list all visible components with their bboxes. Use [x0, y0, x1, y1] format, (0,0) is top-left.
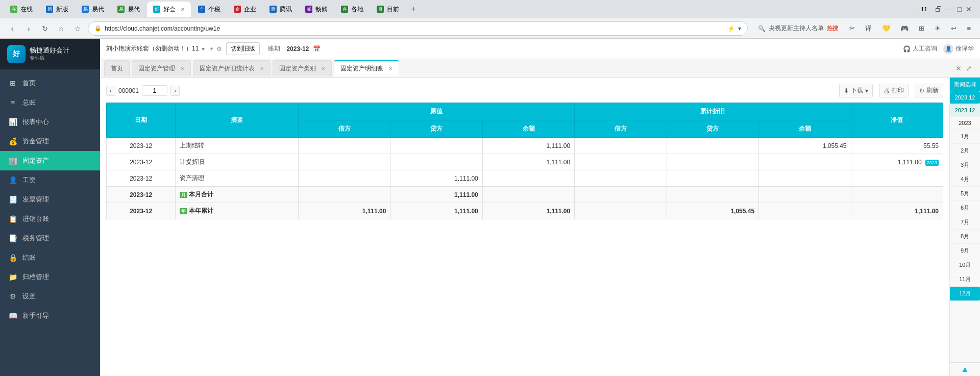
app-tab-fixed-asset-mgmt[interactable]: 固定资产管理 ✕ — [132, 60, 191, 77]
sidebar-item-payroll[interactable]: 👤 工资 — [0, 170, 100, 190]
dropdown-chevron[interactable]: ▾ — [202, 45, 205, 53]
period-item-4[interactable]: 4月 — [950, 172, 980, 187]
calendar-icon[interactable]: 📅 — [313, 45, 321, 53]
wallet-btn[interactable]: 💛 — [879, 23, 893, 33]
new-tab-button[interactable]: + — [406, 2, 421, 16]
period-item-12[interactable]: 12月 — [950, 287, 980, 301]
close-all-tabs-btn[interactable]: ✕ — [955, 64, 962, 72]
app-tab-close-asset-category[interactable]: ✕ — [321, 66, 325, 71]
app-tab-close-fixed-asset-mgmt[interactable]: ✕ — [180, 66, 184, 71]
period-header-text: 期间选择 — [951, 81, 979, 88]
period-item-2023[interactable]: 2023 — [950, 117, 980, 130]
sidebar-item-report-center[interactable]: 📊 报表中心 — [0, 112, 100, 132]
browser-tab-yidai2[interactable]: 易 易代 — [111, 2, 146, 17]
print-btn[interactable]: 🖨 打印 — [879, 84, 909, 97]
cell-orig-balance — [482, 187, 574, 203]
prev-page-btn[interactable]: ‹ — [106, 86, 115, 96]
period-item-11[interactable]: 11月 — [950, 272, 980, 287]
page-input[interactable] — [142, 85, 167, 96]
sidebar-item-fund-mgmt[interactable]: 💰 资金管理 — [0, 132, 100, 151]
settings-small-btn[interactable]: ⚙ — [216, 45, 222, 53]
app-tab-asset-category[interactable]: 固定资产类别 ✕ — [273, 60, 332, 77]
next-page-btn[interactable]: › — [170, 86, 180, 96]
window-restore-btn[interactable]: 🗗 — [935, 5, 942, 13]
browser-tab-haohao[interactable]: 好 好会 ✕ — [147, 2, 191, 17]
period-item-9[interactable]: 9月 — [950, 244, 980, 258]
period-item-1[interactable]: 1月 — [950, 130, 980, 144]
period-item-5[interactable]: 5月 — [950, 187, 980, 201]
period-panel-header: 期间选择 — [950, 78, 980, 91]
grid-btn[interactable]: ⊞ — [916, 23, 927, 33]
browser-tab-close-haohao[interactable]: ✕ — [181, 7, 185, 12]
forward-button[interactable]: › — [22, 22, 35, 35]
download-btn[interactable]: ⬇ 下载 ▾ — [839, 84, 873, 97]
sidebar-item-close-period[interactable]: 🔒 结账 — [0, 248, 100, 267]
dropdown-icon[interactable]: ▾ — [738, 25, 741, 32]
period-item-2023-12-first[interactable]: 2023.12 — [950, 91, 980, 104]
headset-icon: 🎧 — [903, 45, 911, 53]
company-info: 刘小艳演示账套（勿删勿动！）11 ▾ + ⚙ — [106, 44, 222, 53]
logo-text-block: 畅捷通好会计 专业版 — [30, 46, 69, 62]
expand-tabs-btn[interactable]: ⤢ — [966, 64, 972, 72]
back-button[interactable]: ‹ — [6, 22, 18, 35]
browser-tab-shumu[interactable]: 目 目前 — [371, 2, 405, 17]
period-item-8[interactable]: 8月 — [950, 230, 980, 244]
sidebar-item-archive-mgmt[interactable]: 📁 归档管理 — [0, 267, 100, 287]
browser-tab-chang[interactable]: 畅 畅购 — [299, 2, 334, 17]
sidebar-item-general-ledger[interactable]: ≡ 总账 — [0, 93, 100, 112]
translate-btn[interactable]: 译 — [862, 23, 875, 34]
sidebar-item-purchase-sales[interactable]: 📋 进销台账 — [0, 209, 100, 229]
undo-btn[interactable]: ↩ — [948, 23, 960, 33]
tab-favicon-chang: 畅 — [305, 6, 312, 13]
sidebar-item-newbie-guide[interactable]: 📖 新手引导 — [0, 306, 100, 325]
tab-favicon-tencent: 腾 — [270, 6, 277, 13]
browser-tab-yidai1[interactable]: 易 易代 — [76, 2, 110, 17]
sidebar-item-home[interactable]: ⊞ 首页 — [0, 73, 100, 93]
app-tab-depreciation-stat[interactable]: 固定资产折旧统计表 ✕ — [193, 60, 271, 77]
tab-favicon-gedi: 各 — [341, 6, 348, 13]
app-tab-close-asset-ledger[interactable]: ✕ — [388, 66, 393, 71]
period-item-2[interactable]: 2月 — [950, 144, 980, 158]
sidebar-item-settings[interactable]: ⚙ 设置 — [0, 287, 100, 306]
ledger-area: ‹ 000001 › ⬇ 下载 ▾ 🖨 打印 — [100, 78, 949, 376]
brightness-btn[interactable]: ☀ — [932, 23, 944, 33]
browser-tab-xin[interactable]: 新 新版 — [40, 2, 75, 17]
switch-version-btn[interactable]: 切到旧版 — [226, 42, 260, 55]
add-company-btn[interactable]: + — [210, 45, 213, 53]
browser-tab-tencent[interactable]: 腾 腾讯 — [263, 2, 298, 17]
bookmark-button[interactable]: ☆ — [71, 22, 84, 35]
browser-tab-zaixian[interactable]: 在 在线 — [4, 2, 39, 17]
menu-btn[interactable]: ≡ — [964, 23, 974, 33]
close-period-icon: 🔒 — [8, 253, 17, 262]
app-tab-close-depreciation-stat[interactable]: ✕ — [260, 66, 264, 71]
app-tab-home[interactable]: 首页 — [104, 60, 130, 77]
period-item-10[interactable]: 10月 — [950, 258, 980, 272]
sidebar-item-fixed-assets[interactable]: 🏢 固定资产 — [0, 151, 100, 170]
window-minimize-btn[interactable]: — — [946, 5, 953, 13]
sidebar-item-invoice-mgmt[interactable]: 🧾 发票管理 — [0, 190, 100, 209]
app-tab-asset-ledger[interactable]: 固定资产明细账 ✕ — [334, 60, 399, 77]
scissors-btn[interactable]: ✂ — [846, 23, 858, 33]
period-item-3[interactable]: 3月 — [950, 158, 980, 172]
browser-tab-geshui[interactable]: 个 个税 — [192, 2, 227, 17]
cell-accum-credit — [667, 187, 758, 203]
th-original-value: 原值 — [298, 103, 574, 120]
refresh-btn[interactable]: ↻ 刷新 — [915, 84, 943, 97]
sidebar-item-tax-mgmt[interactable]: 📑 税务管理 — [0, 229, 100, 248]
window-maximize-btn[interactable]: □ — [958, 5, 962, 13]
url-box[interactable]: 🔒 https://cloud.chanjet.com/accounting/u… — [88, 21, 748, 36]
customer-service[interactable]: 🎧 人工咨询 — [903, 44, 937, 53]
browser-tab-gedi[interactable]: 各 各地 — [335, 2, 370, 17]
sidebar-logo: 好 畅捷通好会计 专业版 — [0, 39, 100, 69]
reload-button[interactable]: ↻ — [39, 22, 51, 35]
browser-tab-qiye[interactable]: 企 企业 — [228, 2, 262, 17]
period-item-6[interactable]: 6月 — [950, 201, 980, 215]
window-close-btn[interactable]: ✕ — [966, 5, 972, 13]
home-button[interactable]: ⌂ — [55, 22, 67, 35]
search-box[interactable]: 🔍 央视更新主持人名单 热搜 — [758, 24, 838, 33]
game-btn[interactable]: 🎮 — [897, 23, 912, 33]
period-item-7[interactable]: 7月 — [950, 215, 980, 230]
period-item-2023-12-second[interactable]: 2023.12 — [950, 104, 980, 117]
user-profile[interactable]: 👤 徐译华 — [943, 44, 974, 54]
scroll-up-btn[interactable]: ▲ — [950, 362, 980, 376]
